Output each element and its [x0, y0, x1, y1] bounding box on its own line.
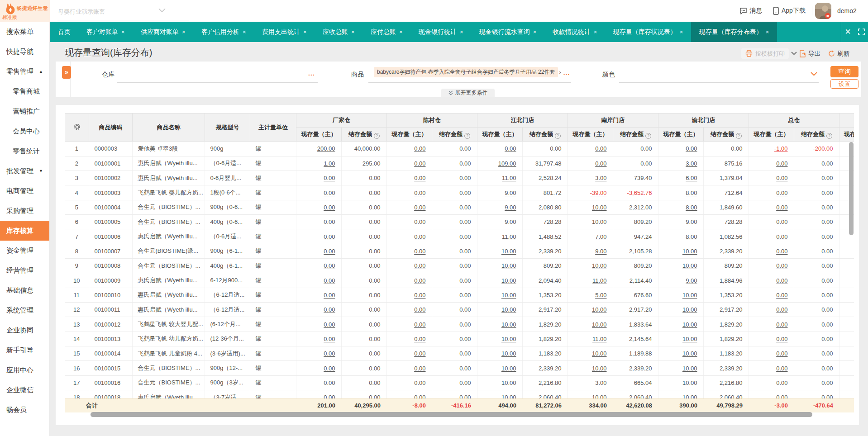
qty-link[interactable]: 0.00 [776, 204, 787, 211]
amount-header-渝北门店[interactable]: 结存金额? [704, 128, 749, 142]
qty-link[interactable]: 10.00 [592, 262, 607, 269]
qty-link[interactable]: 10.00 [501, 262, 516, 269]
qty-link[interactable]: 0.00 [324, 233, 335, 240]
qty-link[interactable]: 0.00 [324, 204, 335, 211]
qty-link[interactable]: 1.00 [324, 160, 335, 167]
sidebar-item-营销推广[interactable]: 营销推广 [0, 101, 49, 121]
help-icon[interactable]: ? [645, 133, 651, 139]
export-button[interactable]: 导出 [799, 48, 820, 59]
qty-link[interactable]: 10.00 [501, 394, 516, 398]
qty-link[interactable]: 0.00 [414, 321, 425, 328]
qty-link[interactable]: 0.00 [776, 218, 787, 225]
qty-link[interactable]: 10.00 [682, 292, 697, 299]
sidebar-item-批发管理[interactable]: 批发管理▼ [0, 161, 49, 181]
table-row[interactable]: 1300100012飞鹤星飞帆 较大婴儿配...(6-12个月...罐0.000… [65, 317, 854, 332]
tab-费用支出统计[interactable]: 费用支出统计× [254, 22, 315, 42]
qty-link[interactable]: 9.00 [686, 218, 697, 225]
help-icon[interactable]: ? [374, 133, 380, 139]
qty-link[interactable]: 10.00 [592, 306, 607, 313]
table-row[interactable]: 900100008合生元（BIOSTIME）...400g（6-1...罐0.0… [65, 259, 854, 273]
table-row[interactable]: 1800100018惠氏启赋（Wyeth illu...（3-7岁适...罐0.… [65, 390, 854, 398]
logo-block[interactable]: 畅捷通好生意 标准版 [0, 0, 50, 22]
warehouse-filter-input[interactable] [117, 82, 318, 83]
qty-link[interactable]: 9.00 [595, 248, 606, 255]
amount-header-陈村仓[interactable]: 结存金额? [432, 128, 477, 142]
tab-close-icon[interactable]: × [460, 29, 463, 35]
qty-link[interactable]: 0.00 [414, 145, 425, 152]
qty-link[interactable]: 10.00 [682, 306, 697, 313]
qty-link[interactable]: 0.00 [324, 218, 335, 225]
qty-link[interactable]: 10.00 [592, 204, 607, 211]
tab-应付总账[interactable]: 应付总账× [362, 22, 410, 42]
qty-link[interactable]: 0.00 [324, 365, 335, 372]
column-header-规格型号[interactable]: 规格型号 [205, 114, 250, 142]
qty-link[interactable]: 0.00 [776, 336, 787, 342]
account-select[interactable]: 母婴行业演示账套 [57, 0, 189, 21]
tab-收款情况统计[interactable]: 收款情况统计× [544, 22, 605, 42]
qty-link[interactable]: 0.00 [414, 394, 425, 398]
qty-link[interactable]: 10.00 [682, 394, 697, 398]
tab-现存量（库存分布表）[interactable]: 现存量（库存分布表）× [691, 22, 777, 42]
tab-close-icon[interactable]: × [594, 29, 597, 35]
qty-link[interactable]: 0.00 [324, 175, 335, 181]
help-icon[interactable]: ? [826, 133, 832, 139]
qty-link[interactable]: 0.00 [324, 306, 335, 313]
qty-link[interactable]: 8.00 [686, 190, 697, 196]
table-row[interactable]: 1000100009惠氏启赋（Wyeth illu...6-12月900...罐… [65, 273, 854, 288]
tab-现存量（库存状况表）[interactable]: 现存量（库存状况表）× [605, 22, 691, 42]
sidebar-item-企业微信[interactable]: 企业微信 [0, 380, 49, 400]
qty-link[interactable]: 10.00 [501, 336, 516, 342]
sidebar-item-企业协同[interactable]: 企业协同 [0, 320, 49, 340]
sidebar-item-经营管理[interactable]: 经营管理 [0, 261, 49, 280]
qty-link[interactable]: 0.00 [776, 233, 787, 240]
product-filter-value[interactable]: babycare孕妇待产包 春季入院全套母子组合孕妇产后冬季月子用品 22件套 [374, 67, 558, 77]
query-button[interactable]: 查询 [830, 66, 858, 77]
sidebar-item-电商管理[interactable]: 电商管理 [0, 181, 49, 201]
tab-close-icon[interactable]: × [766, 29, 769, 35]
sidebar-item-资金管理[interactable]: 资金管理 [0, 241, 49, 261]
table-row[interactable]: 1200100011惠氏启赋（Wyeth illu...（6-12月适...罐0… [65, 303, 854, 317]
table-row[interactable]: 10000003爱他美 卓翠3段900g罐200.0040,000.000.00… [65, 142, 854, 156]
qty-link[interactable]: 10.00 [501, 365, 516, 372]
qty-link[interactable]: 11.00 [592, 277, 607, 284]
qty-link[interactable]: 10.00 [682, 365, 697, 372]
qty-link[interactable]: 0.00 [414, 175, 425, 181]
qty-link[interactable]: 0.00 [595, 145, 606, 152]
qty-link[interactable]: 0.00 [776, 248, 787, 255]
table-row[interactable]: 1400100013飞鹤星飞帆 幼儿配方奶...(12-36个月...罐0.00… [65, 332, 854, 346]
qty-link[interactable]: 0.00 [324, 336, 335, 342]
username[interactable]: demo2 [837, 0, 857, 22]
qty-link[interactable]: 10.00 [501, 350, 516, 357]
tab-供应商对账单[interactable]: 供应商对账单× [133, 22, 193, 42]
qty-link[interactable]: 0.00 [776, 394, 787, 398]
qty-link[interactable]: 10.00 [682, 350, 697, 357]
help-icon[interactable]: ? [464, 133, 470, 139]
qty-link[interactable]: 9.00 [505, 218, 516, 225]
table-row[interactable]: 1500100014飞鹤星飞帆 儿童奶粉 4...(3-6岁适用)...罐0.0… [65, 346, 854, 361]
qty-link[interactable]: 7.00 [595, 233, 606, 240]
qty-link[interactable]: 0.00 [776, 350, 787, 357]
qty-link[interactable]: 0.00 [776, 365, 787, 372]
qty-link[interactable]: 10.00 [682, 262, 697, 269]
table-row[interactable]: 400100003飞鹤星飞帆 婴儿配方奶...1段(0-6个...罐0.000.… [65, 185, 854, 200]
qty-link[interactable]: 0.00 [324, 350, 335, 357]
qty-link[interactable]: 0.00 [414, 248, 425, 255]
tab-close-icon[interactable]: × [121, 29, 125, 35]
tab-现金银行流水查询[interactable]: 现金银行流水查询× [471, 22, 544, 42]
qty-link[interactable]: 0.00 [776, 379, 787, 386]
qty-link[interactable]: 0.00 [776, 262, 787, 269]
table-row[interactable]: 1100100010惠氏启赋（Wyeth illu...（6-12月适...罐0… [65, 288, 854, 302]
qty-link[interactable]: 0.00 [776, 306, 787, 313]
qty-link[interactable]: 0.00 [414, 160, 425, 167]
qty-link[interactable]: 3.00 [686, 160, 697, 167]
qty-link[interactable]: 0.00 [324, 190, 335, 196]
qty-link[interactable]: 10.00 [592, 394, 607, 398]
qty-link[interactable]: 0.00 [414, 365, 425, 372]
qty-link[interactable]: 6.00 [686, 175, 697, 181]
product-more-icon[interactable]: ... [563, 69, 570, 76]
color-chevron-down-icon[interactable] [811, 72, 817, 76]
sidebar-item-畅会员[interactable]: 畅会员 [0, 400, 49, 420]
qty-link[interactable]: 10.00 [501, 277, 516, 284]
sidebar-item-搜索菜单[interactable]: 搜索菜单 [0, 22, 49, 42]
amount-header-南岸门店[interactable]: 结存金额? [613, 128, 658, 142]
